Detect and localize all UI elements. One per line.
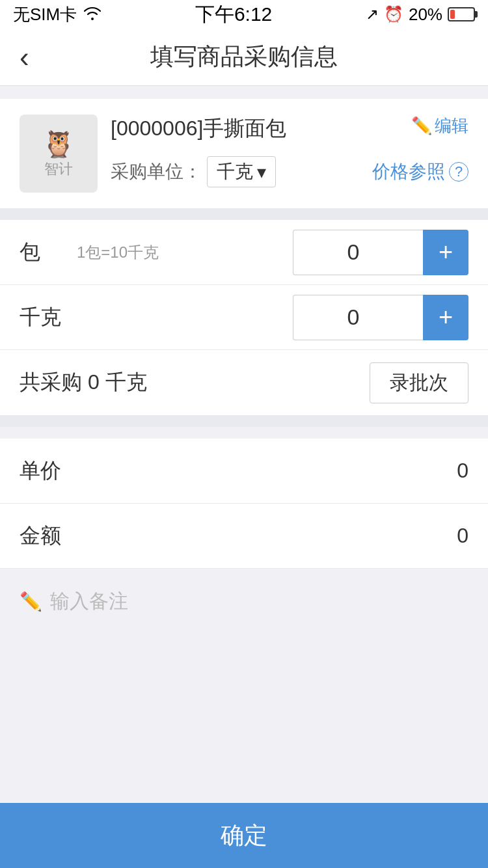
- qty-input-kg[interactable]: [293, 295, 423, 340]
- note-section[interactable]: ✏️ 输入备注: [0, 569, 488, 634]
- price-row-unit: 单价 0: [0, 439, 488, 504]
- qty-plus-bao-button[interactable]: +: [423, 230, 468, 275]
- note-placeholder: 输入备注: [50, 588, 128, 615]
- unit-bao-label: 包: [20, 238, 72, 267]
- unit-kg-label: 千克: [20, 303, 72, 332]
- status-bar: 无SIM卡 下午6:12 ↗ ⏰ 20%: [0, 0, 488, 29]
- alarm-icon: ⏰: [384, 5, 403, 23]
- qty-input-bao-group: +: [293, 230, 468, 275]
- location-icon: ↗: [366, 5, 379, 23]
- product-unit: 采购单位： 千克 ▾ 价格参照 ?: [111, 156, 468, 187]
- content-space: [0, 634, 488, 830]
- product-image: 🦉 智计: [20, 115, 98, 193]
- back-button[interactable]: ‹: [20, 43, 29, 72]
- unit-label: 采购单位：: [111, 159, 202, 184]
- page-title: 填写商品采购信息: [150, 41, 338, 73]
- product-info: [0000006]手撕面包 ✏️ 编辑 采购单位： 千克 ▾ 价格参照 ?: [111, 115, 468, 187]
- status-time: 下午6:12: [195, 1, 272, 28]
- battery-pct: 20%: [409, 5, 442, 25]
- total-label: 共采购 0 千克: [20, 368, 147, 397]
- product-card: 🦉 智计 [0000006]手撕面包 ✏️ 编辑 采购单位： 千克 ▾ 价格参照…: [0, 99, 488, 208]
- quantity-row-kg: 千克 +: [0, 285, 488, 350]
- price-ref-label: 价格参照: [372, 159, 445, 184]
- price-amount-label: 金额: [20, 522, 457, 550]
- total-row: 共采购 0 千克 录批次: [0, 350, 488, 415]
- status-right: ↗ ⏰ 20%: [366, 5, 475, 25]
- unit-bao-sublabel: 1包=10千克: [77, 242, 293, 263]
- dropdown-arrow-icon: ▾: [257, 161, 266, 183]
- unit-select[interactable]: 千克 ▾: [207, 156, 276, 187]
- price-ref-help-icon: ?: [449, 162, 468, 182]
- price-row-amount: 金额 0: [0, 504, 488, 569]
- price-unit-value: 0: [457, 459, 468, 483]
- price-amount-value: 0: [457, 524, 468, 548]
- carrier-label: 无SIM卡: [13, 3, 77, 26]
- input-section: 包 1包=10千克 + 千克 +: [0, 220, 488, 350]
- confirm-button[interactable]: 确定: [0, 803, 488, 868]
- wifi-icon: [83, 5, 102, 25]
- unit-value: 千克: [217, 159, 253, 184]
- edit-icon: ✏️: [411, 116, 432, 136]
- product-name: [0000006]手撕面包: [111, 115, 286, 143]
- status-left: 无SIM卡: [13, 3, 102, 26]
- qty-plus-kg-button[interactable]: +: [423, 295, 468, 340]
- section-divider-2: [0, 415, 488, 427]
- quantity-row-bao: 包 1包=10千克 +: [0, 220, 488, 285]
- price-unit-label: 单价: [20, 457, 457, 485]
- edit-label: 编辑: [435, 115, 468, 137]
- owl-icon: 🦉: [42, 129, 75, 159]
- nav-bar: ‹ 填写商品采购信息: [0, 29, 488, 86]
- qty-input-kg-group: +: [293, 295, 468, 340]
- product-image-label: 智计: [44, 159, 73, 179]
- price-section: 单价 0 金额 0: [0, 439, 488, 569]
- pencil-icon: ✏️: [20, 591, 42, 612]
- battery-icon: [448, 7, 475, 21]
- edit-button[interactable]: ✏️ 编辑: [411, 115, 468, 137]
- qty-input-bao[interactable]: [293, 230, 423, 275]
- price-ref-button[interactable]: 价格参照 ?: [372, 159, 468, 184]
- section-divider-1: [0, 208, 488, 220]
- product-header: [0000006]手撕面包 ✏️ 编辑: [111, 115, 468, 143]
- batch-button[interactable]: 录批次: [370, 362, 468, 403]
